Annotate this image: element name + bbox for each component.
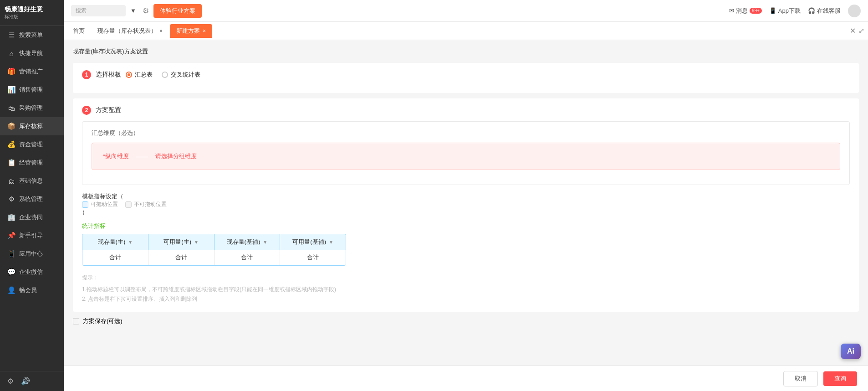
tab-inventory-close[interactable]: × <box>159 28 163 34</box>
chat-icon: 💬 <box>7 268 15 276</box>
col-chevron-2[interactable]: ▼ <box>263 240 267 245</box>
tab-inventory-label: 现存量（库存状况表） <box>97 27 157 35</box>
sidebar-item-sales[interactable]: 📊 销售管理 <box>0 81 64 99</box>
col-label-0: 现存量(主) <box>98 238 126 246</box>
col-chevron-3[interactable]: ▼ <box>329 240 333 245</box>
tab-bar: 首页 现存量（库存状况表） × 新建方案 × ✕ ⤢ <box>64 22 868 40</box>
box-icon: 📦 <box>7 122 15 130</box>
indicator-label-text: 模板指标设定（ 可拖动位置 不可拖动位置 ） <box>82 192 167 216</box>
search-menu-icon: ☰ <box>7 31 15 39</box>
expand-icon[interactable]: ⤢ <box>858 26 864 35</box>
indicator-legend: 可拖动位置 不可拖动位置 <box>82 201 167 208</box>
step1-section: 1 选择模板 汇总表 交叉统计表 <box>73 63 859 93</box>
main-area: 搜索 ▼ ⚙ 体验行业方案 ✉ 消息 99+ 📱 App下载 🎧 在线客服 首页… <box>64 0 868 391</box>
topbar-dropdown[interactable]: ▼ <box>130 7 136 14</box>
col-sub-3: 合计 <box>307 253 319 262</box>
sidebar-item-label: 营销推广 <box>19 67 43 76</box>
template-radio-group: 汇总表 交叉统计表 <box>126 71 200 79</box>
mobile-icon: 📱 <box>7 250 15 258</box>
app-download-button[interactable]: 📱 App下载 <box>769 7 801 15</box>
tip2: 2. 点击标题栏下拉可设置排序、插入列和删除列 <box>82 294 850 304</box>
sidebar-item-app-center[interactable]: 📱 应用中心 <box>0 245 64 263</box>
sidebar-item-basic-info[interactable]: 🗂 基础信息 <box>0 172 64 190</box>
online-service-button[interactable]: 🎧 在线客服 <box>808 7 841 15</box>
vertical-label: *纵向维度 <box>103 152 129 160</box>
close-panel-icon[interactable]: ✕ <box>850 26 856 35</box>
col-body-0: 合计 <box>82 250 148 265</box>
non-draggable-label: 不可拖动位置 <box>134 201 167 208</box>
sidebar-footer: ⚙ 🔊 <box>0 371 64 391</box>
col-body-3: 合计 <box>280 250 346 265</box>
online-service-label: 在线客服 <box>817 7 841 15</box>
cancel-button[interactable]: 取消 <box>783 371 818 386</box>
sidebar-item-inventory[interactable]: 📦 库存核算 <box>0 117 64 135</box>
sidebar-nav: ☰ 搜索菜单 ⌂ 快捷导航 🎁 营销推广 📊 销售管理 🛍 采购管理 📦 库存核… <box>0 26 64 371</box>
messages-label: 消息 <box>736 7 748 15</box>
topbar-right: ✉ 消息 99+ 📱 App下载 🎧 在线客服 <box>729 5 861 17</box>
tab-home[interactable]: 首页 <box>67 24 90 38</box>
sidebar-item-marketing[interactable]: 🎁 营销推广 <box>0 62 64 81</box>
headset-icon: 🎧 <box>808 7 815 14</box>
col-header-2[interactable]: 现存量(基辅) ▼ <box>214 234 281 250</box>
dimension-placeholder[interactable]: 请选择分组维度 <box>155 152 197 160</box>
col-header-1[interactable]: 可用量(主) ▼ <box>148 234 214 250</box>
messages-button[interactable]: ✉ 消息 99+ <box>729 7 762 15</box>
step1-title: 选择模板 <box>96 71 121 79</box>
folder-icon: 🗂 <box>7 177 15 185</box>
sidebar-item-system[interactable]: ⚙ 系统管理 <box>0 190 64 208</box>
sidebar-item-label: 企业协同 <box>19 213 43 221</box>
phone-icon: 📱 <box>769 7 776 14</box>
col-chevron-1[interactable]: ▼ <box>194 240 199 245</box>
sidebar-item-label: 资金管理 <box>19 140 43 149</box>
save-plan-label: 方案保存(可选) <box>83 317 123 325</box>
tab-new-plan-label: 新建方案 <box>176 27 200 35</box>
sidebar-item-label: 系统管理 <box>19 195 43 203</box>
sidebar-item-guide[interactable]: 📌 新手引导 <box>0 226 64 245</box>
col-chevron-0[interactable]: ▼ <box>128 240 133 245</box>
experience-button[interactable]: 体验行业方案 <box>153 4 202 18</box>
sidebar-logo: 畅康通好生意 标准版 <box>0 0 64 26</box>
ai-button[interactable]: Ai <box>841 344 861 359</box>
content-area: 现存量(库存状况表)方案设置 1 选择模板 汇总表 交叉统计表 <box>64 40 868 365</box>
tab-new-plan-close[interactable]: × <box>203 28 206 34</box>
save-plan-checkbox[interactable] <box>73 318 79 324</box>
sidebar-item-enterprise[interactable]: 🏢 企业协同 <box>0 208 64 226</box>
building-icon: 🏢 <box>7 213 15 221</box>
non-draggable-box <box>125 201 132 208</box>
col-header-3[interactable]: 可用量(基辅) ▼ <box>280 234 346 250</box>
query-button[interactable]: 查询 <box>823 371 857 386</box>
bag-icon: 🛍 <box>7 104 15 112</box>
sidebar-item-quick-nav[interactable]: ⌂ 快捷导航 <box>0 44 64 62</box>
sidebar-item-wechat[interactable]: 💬 企业微信 <box>0 263 64 281</box>
tab-new-plan[interactable]: 新建方案 × <box>170 24 212 38</box>
draggable-box <box>82 201 88 208</box>
col-body-1: 合计 <box>148 250 214 265</box>
audio-icon[interactable]: 🔊 <box>21 377 30 386</box>
dimension-alert: *纵向维度 —— 请选择分组维度 <box>92 143 840 170</box>
non-draggable-legend: 不可拖动位置 <box>125 201 167 208</box>
tab-inventory-status[interactable]: 现存量（库存状况表） × <box>91 24 169 38</box>
sidebar-item-operations[interactable]: 📋 经营管理 <box>0 154 64 172</box>
user-avatar[interactable] <box>848 5 861 17</box>
step2-title: 方案配置 <box>96 106 121 114</box>
clipboard-icon: 📋 <box>7 159 15 167</box>
indicator-settings-label: 模板指标设定（ 可拖动位置 不可拖动位置 ） <box>82 192 850 216</box>
col-header-0[interactable]: 现存量(主) ▼ <box>82 234 148 250</box>
col-label-3: 可用量(基辅) <box>292 238 326 246</box>
step2-section: 2 方案配置 汇总维度（必选） *纵向维度 —— 请选择分组维度 模板指标设定（ <box>73 98 859 312</box>
col-body-2: 合计 <box>214 250 281 265</box>
step2-badge: 2 <box>82 106 91 115</box>
sidebar-item-search-menu[interactable]: ☰ 搜索菜单 <box>0 26 64 44</box>
col-sub-1: 合计 <box>175 253 187 262</box>
indicator-table-header: 现存量(主) ▼ 可用量(主) ▼ 现存量(基辅) ▼ 可用量(基辅) ▼ <box>82 234 346 250</box>
step2-header: 2 方案配置 <box>82 106 850 115</box>
sidebar-item-member[interactable]: 👤 畅会员 <box>0 281 64 299</box>
indicator-settings: 模板指标设定（ 可拖动位置 不可拖动位置 ） <box>82 192 850 216</box>
sidebar-item-finance[interactable]: 💰 资金管理 <box>0 135 64 154</box>
settings-icon[interactable]: ⚙ <box>7 377 14 386</box>
radio-cross[interactable]: 交叉统计表 <box>162 71 200 79</box>
radio-summary[interactable]: 汇总表 <box>126 71 153 79</box>
sidebar-item-purchase[interactable]: 🛍 采购管理 <box>0 99 64 117</box>
topbar-search-display: 搜索 <box>71 5 126 16</box>
topbar-gear-icon[interactable]: ⚙ <box>143 6 149 15</box>
